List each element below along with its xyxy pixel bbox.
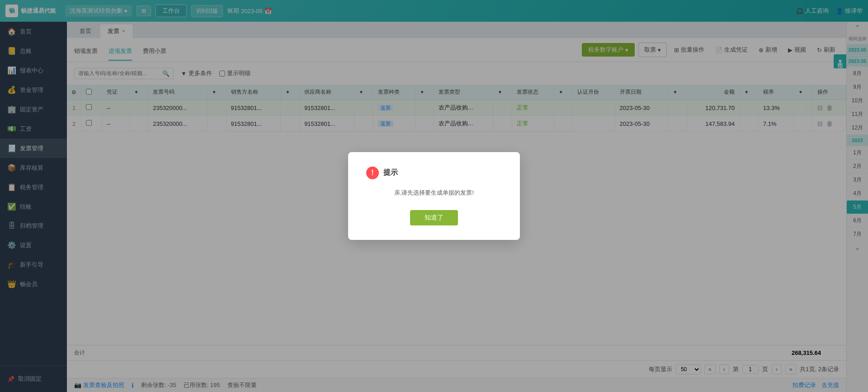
warning-icon: ! xyxy=(366,167,379,179)
modal-body: 亲,请先选择要生成单据的发票! xyxy=(366,188,502,198)
modal-title-row: ! 提示 xyxy=(366,167,502,179)
modal-message: 亲,请先选择要生成单据的发票! xyxy=(394,189,474,196)
modal-overlay: ! 提示 亲,请先选择要生成单据的发票! 知道了 xyxy=(0,0,868,392)
modal-footer: 知道了 xyxy=(366,210,502,225)
modal-box: ! 提示 亲,请先选择要生成单据的发票! 知道了 xyxy=(348,152,520,240)
modal-confirm-button[interactable]: 知道了 xyxy=(410,210,458,225)
modal-title: 提示 xyxy=(383,168,398,177)
